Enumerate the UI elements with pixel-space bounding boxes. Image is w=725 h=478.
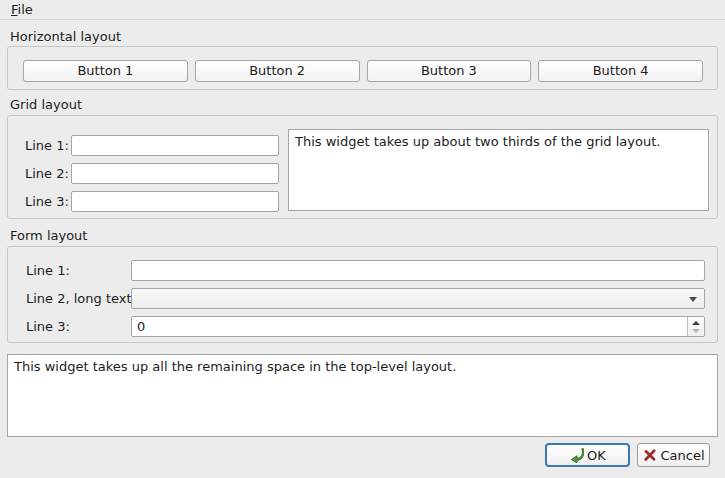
horizontal-button-row: Button 1 Button 2 Button 3 Button 4 <box>23 60 703 82</box>
grid-line2-input[interactable] <box>71 163 279 184</box>
form-layout-group-title: Form layout <box>10 229 87 243</box>
grid-line1-label: Line 1: <box>25 135 69 156</box>
form-line3-label: Line 3: <box>26 316 70 337</box>
ok-button[interactable]: OK <box>545 443 630 467</box>
horizontal-layout-group-title: Horizontal layout <box>10 30 121 44</box>
form-line2-combobox[interactable] <box>131 288 705 309</box>
grid-layout-group-title: Grid layout <box>10 98 82 112</box>
button-1[interactable]: Button 1 <box>23 60 188 82</box>
chevron-down-icon <box>689 297 697 302</box>
menu-bar: File <box>0 0 725 20</box>
cancel-button[interactable]: Cancel <box>637 443 710 467</box>
form-line1-label: Line 1: <box>26 260 70 281</box>
bottom-text-edit[interactable]: This widget takes up all the remaining s… <box>7 354 718 437</box>
spin-down-icon[interactable] <box>692 329 700 333</box>
spinbox-value-input[interactable] <box>132 317 686 336</box>
form-layout-groupbox: Line 1: Line 2, long text: Line 3: <box>7 246 718 343</box>
grid-line3-input[interactable] <box>71 191 279 212</box>
grid-line3-label: Line 3: <box>25 191 69 212</box>
grid-text-edit[interactable]: This widget takes up about two thirds of… <box>288 129 709 211</box>
spin-up-icon[interactable] <box>692 321 700 325</box>
basic-layouts-window: { "menu_bar": { "items": [ { "label": "F… <box>0 0 725 478</box>
button-2[interactable]: Button 2 <box>195 60 360 82</box>
cancel-red-x-icon <box>642 448 657 463</box>
form-line3-spinbox[interactable] <box>131 316 705 337</box>
horizontal-layout-groupbox: Button 1 Button 2 Button 3 Button 4 <box>7 46 718 90</box>
spinbox-buttons <box>687 317 704 336</box>
form-line1-input[interactable] <box>131 260 705 281</box>
button-4[interactable]: Button 4 <box>538 60 703 82</box>
form-line2-label: Line 2, long text: <box>26 288 136 309</box>
grid-line1-input[interactable] <box>71 135 279 156</box>
grid-layout-groupbox: Line 1: Line 2: Line 3: This widget take… <box>7 115 718 219</box>
cancel-button-label: Cancel <box>660 448 704 463</box>
grid-line2-label: Line 2: <box>25 163 69 184</box>
ok-button-label: OK <box>587 448 606 463</box>
button-3[interactable]: Button 3 <box>367 60 532 82</box>
menu-item-file[interactable]: File <box>4 0 40 19</box>
ok-green-arrow-icon <box>569 448 584 463</box>
